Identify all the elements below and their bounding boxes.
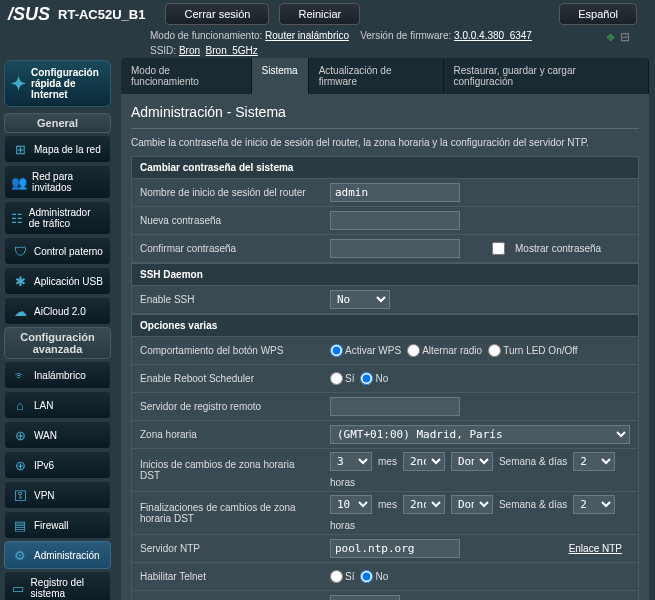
timezone-select[interactable]: (GMT+01:00) Madrid, París bbox=[330, 425, 630, 444]
label-confirm-pass: Confirmar contraseña bbox=[132, 238, 322, 259]
label-new-pass: Nueva contraseña bbox=[132, 210, 322, 231]
label-dst-end: Finalizaciones de cambios de zona horari… bbox=[132, 497, 322, 529]
label-remote-log: Servidor de registro remoto bbox=[132, 396, 322, 417]
dst-end-hour[interactable]: 2 bbox=[573, 495, 615, 514]
group-misc: Opciones varias bbox=[131, 314, 639, 337]
key-icon: ⚿ bbox=[11, 487, 29, 503]
home-icon: ⌂ bbox=[11, 397, 29, 413]
sidebar-item-traffic[interactable]: ☷Administrador de tráfico bbox=[4, 201, 111, 235]
globe-icon: ⊕ bbox=[11, 427, 29, 443]
telnet-yes[interactable]: Sí bbox=[330, 570, 354, 583]
ntp-input[interactable] bbox=[330, 539, 460, 558]
section-advanced: Configuración avanzada bbox=[4, 327, 111, 359]
users-icon: 👥 bbox=[11, 174, 27, 190]
reboot-no[interactable]: No bbox=[360, 372, 388, 385]
dst-start-hour[interactable]: 2 bbox=[573, 452, 615, 471]
page-title: Administración - Sistema bbox=[131, 104, 639, 129]
tab-firmware[interactable]: Actualización de firmware bbox=[309, 58, 444, 94]
mode-link[interactable]: Router inalámbrico bbox=[265, 30, 349, 41]
sidebar-item-syslog[interactable]: ▭Registro del sistema bbox=[4, 571, 111, 600]
fw-link[interactable]: 3.0.0.4.380_6347 bbox=[454, 30, 532, 41]
sidebar-item-firewall[interactable]: ▤Firewall bbox=[4, 511, 111, 539]
ssid1-link[interactable]: Bron bbox=[179, 45, 200, 56]
sidebar-item-wireless[interactable]: ᯤInalámbrico bbox=[4, 361, 111, 389]
sidebar-item-lan[interactable]: ⌂LAN bbox=[4, 391, 111, 419]
brand-logo: /SUS bbox=[8, 4, 50, 25]
dst-end-day[interactable]: Dom bbox=[451, 495, 493, 514]
label-enable-ssh: Enable SSH bbox=[132, 289, 322, 310]
wifi-icon: ᯤ bbox=[11, 367, 29, 383]
usb-icon[interactable]: ⊟ bbox=[620, 30, 630, 44]
login-name-input[interactable] bbox=[330, 183, 460, 202]
tab-opmode[interactable]: Modo de funcionamiento bbox=[121, 58, 252, 94]
usb-icon: ✱ bbox=[11, 273, 29, 289]
wps-opt3[interactable]: Turn LED On/Off bbox=[488, 344, 577, 357]
book-icon: ▭ bbox=[11, 580, 26, 596]
confirm-pass-input[interactable] bbox=[330, 239, 460, 258]
label-reboot-sched: Enable Reboot Scheduler bbox=[132, 368, 322, 389]
model-name: RT-AC52U_B1 bbox=[58, 7, 145, 22]
plug-icon[interactable]: ⎆ bbox=[607, 30, 614, 44]
tab-restore[interactable]: Restaurar, guardar y cargar configuració… bbox=[444, 58, 649, 94]
shield-icon: 🛡 bbox=[11, 243, 29, 259]
sidebar-item-guest[interactable]: 👥Red para invitados bbox=[4, 165, 111, 199]
map-icon: ⊞ bbox=[11, 141, 29, 157]
auth-select[interactable]: HTTP bbox=[330, 595, 400, 600]
language-button[interactable]: Español bbox=[559, 3, 637, 25]
gear-icon: ⚙ bbox=[11, 547, 29, 563]
chart-icon: ☷ bbox=[11, 210, 24, 226]
wall-icon: ▤ bbox=[11, 517, 29, 533]
label-dst-start: Inicios de cambios de zona horaria DST bbox=[132, 454, 322, 486]
group-password: Cambiar contraseña del sistema bbox=[131, 156, 639, 179]
label-telnet: Habilitar Telnet bbox=[132, 566, 322, 587]
quick-setup-label: Configuración rápida de Internet bbox=[31, 67, 104, 100]
ssh-select[interactable]: No bbox=[330, 290, 390, 309]
dst-end-month[interactable]: 10 bbox=[330, 495, 372, 514]
dst-start-day[interactable]: Dom bbox=[451, 452, 493, 471]
cloud-icon: ☁ bbox=[11, 303, 29, 319]
sidebar-item-usb[interactable]: ✱Aplicación USB bbox=[4, 267, 111, 295]
dst-end-week[interactable]: 2nd bbox=[403, 495, 445, 514]
tab-system[interactable]: Sistema bbox=[252, 58, 309, 94]
sidebar-item-vpn[interactable]: ⚿VPN bbox=[4, 481, 111, 509]
ssid-label: SSID: bbox=[150, 45, 176, 56]
quick-setup-button[interactable]: ✦ Configuración rápida de Internet bbox=[4, 60, 111, 107]
dst-start-month[interactable]: 3 bbox=[330, 452, 372, 471]
page-desc: Cambie la contraseña de inicio de sesión… bbox=[131, 137, 639, 148]
ssid2-link[interactable]: Bron_5GHz bbox=[206, 45, 258, 56]
sidebar-item-admin[interactable]: ⚙Administración bbox=[4, 541, 111, 569]
label-timezone: Zona horaria bbox=[132, 424, 322, 445]
section-general: General bbox=[4, 113, 111, 133]
telnet-no[interactable]: No bbox=[360, 570, 388, 583]
ntp-link[interactable]: Enlace NTP bbox=[569, 543, 622, 554]
mode-label: Modo de funcionamiento: bbox=[150, 30, 262, 41]
sidebar-item-wan[interactable]: ⊕WAN bbox=[4, 421, 111, 449]
wps-opt2[interactable]: Alternar radio bbox=[407, 344, 482, 357]
label-login-name: Nombre de inicio de sesión del router bbox=[132, 182, 322, 203]
label-ntp: Servidor NTP bbox=[132, 538, 322, 559]
label-auth: Método de autenticación bbox=[132, 594, 322, 600]
new-pass-input[interactable] bbox=[330, 211, 460, 230]
show-pass-label: Mostrar contraseña bbox=[515, 243, 601, 254]
show-pass-checkbox[interactable] bbox=[492, 242, 505, 255]
remote-log-input[interactable] bbox=[330, 397, 460, 416]
reboot-button[interactable]: Reiniciar bbox=[279, 3, 360, 25]
reboot-yes[interactable]: Sí bbox=[330, 372, 354, 385]
group-ssh: SSH Daemon bbox=[131, 263, 639, 286]
sidebar-item-network-map[interactable]: ⊞Mapa de la red bbox=[4, 135, 111, 163]
globe-icon: ⊕ bbox=[11, 457, 29, 473]
logout-button[interactable]: Cerrar sesión bbox=[165, 3, 269, 25]
magic-wand-icon: ✦ bbox=[11, 73, 26, 95]
sidebar-item-ipv6[interactable]: ⊕IPv6 bbox=[4, 451, 111, 479]
wps-opt1[interactable]: Activar WPS bbox=[330, 344, 401, 357]
fw-label: Versión de firmware: bbox=[360, 30, 451, 41]
sidebar-item-parental[interactable]: 🛡Control paterno bbox=[4, 237, 111, 265]
sidebar-item-aicloud[interactable]: ☁AiCloud 2.0 bbox=[4, 297, 111, 325]
label-wps: Comportamiento del botón WPS bbox=[132, 340, 322, 361]
dst-start-week[interactable]: 2nd bbox=[403, 452, 445, 471]
